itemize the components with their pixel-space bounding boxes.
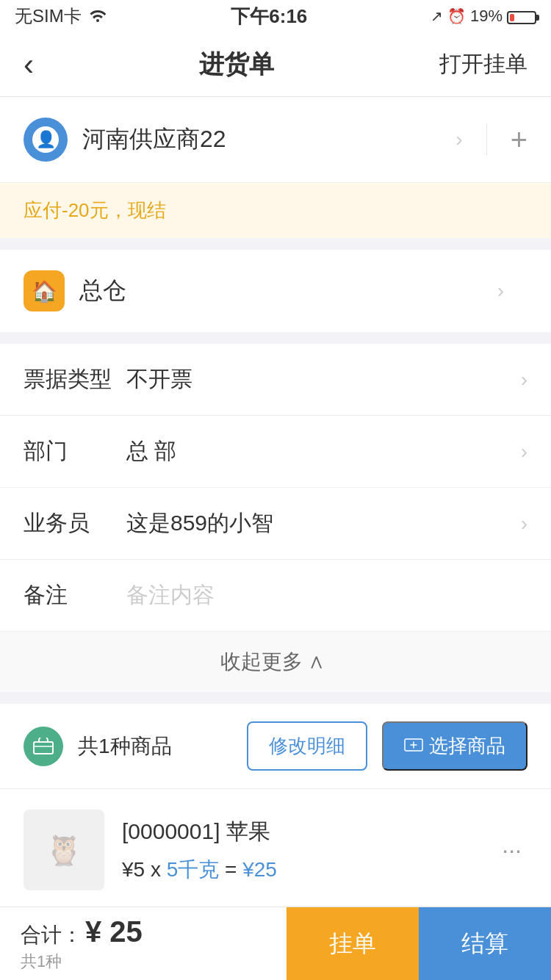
remark-input[interactable]: 备注内容	[126, 580, 527, 610]
person-icon: 👤	[36, 130, 56, 149]
invoice-row[interactable]: 票据类型 不开票 ›	[0, 344, 551, 416]
more-options-button[interactable]: ···	[496, 831, 527, 870]
total-amount: ¥ 25	[85, 915, 143, 948]
back-button[interactable]: ‹	[24, 47, 34, 82]
product-price: ¥5 x 5千克 = ¥25	[122, 856, 478, 884]
warehouse-card[interactable]: 🏠 总仓 ›	[0, 250, 551, 332]
edit-detail-button[interactable]: 修改明细	[247, 721, 367, 771]
bottom-bar: 合计： ¥ 25 共1种 挂单 结算	[0, 907, 551, 980]
page-title: 进货单	[199, 48, 274, 82]
products-section: 共1种商品 修改明细 选择商品 🦉 [0000001] 苹果 ¥5 x 5千克	[0, 704, 551, 911]
supplier-row[interactable]: 👤 河南供应商22 › +	[0, 97, 551, 183]
supplier-name: 河南供应商22	[82, 123, 455, 156]
warehouse-row[interactable]: 🏠 总仓 ›	[0, 250, 551, 332]
staff-label: 业务员	[24, 508, 126, 538]
status-right: ↗ ⏰ 19%	[431, 7, 536, 26]
invoice-label: 票据类型	[24, 364, 126, 394]
product-name: [0000001] 苹果	[122, 817, 478, 847]
supplier-chevron-icon: ›	[455, 128, 462, 151]
collapse-label: 收起更多 ∧	[220, 648, 325, 676]
hold-button[interactable]: 挂单	[287, 907, 419, 980]
dept-label: 部门	[24, 436, 126, 466]
location-icon: ↗	[431, 7, 443, 25]
carrier-label: 无SIM卡	[15, 4, 82, 28]
svg-rect-0	[34, 742, 53, 754]
warehouse-chevron-icon: ›	[497, 279, 504, 303]
add-button[interactable]: +	[511, 123, 527, 156]
alarm-icon: ⏰	[447, 7, 466, 25]
open-pending-button[interactable]: 打开挂单	[439, 49, 527, 79]
total-label: 合计：	[21, 921, 82, 949]
dept-row[interactable]: 部门 总 部 ›	[0, 416, 551, 488]
select-product-label: 选择商品	[429, 733, 505, 759]
staff-row[interactable]: 业务员 这是859的小智 ›	[0, 488, 551, 560]
content: 👤 河南供应商22 › + 应付-20元，现结 🏠 总仓 › 票据类型 不开票 …	[0, 97, 551, 980]
warehouse-name: 总仓	[79, 275, 497, 307]
product-item: 🦉 [0000001] 苹果 ¥5 x 5千克 = ¥25 ···	[0, 789, 551, 911]
warehouse-icon: 🏠	[24, 270, 65, 311]
remark-label: 备注	[24, 580, 126, 610]
total-value: ¥25	[242, 858, 277, 881]
house-icon: 🏠	[32, 279, 57, 303]
select-product-button[interactable]: 选择商品	[382, 721, 527, 771]
invoice-value: 不开票	[126, 364, 521, 394]
notice-text: 应付-20元，现结	[24, 199, 166, 221]
staff-value: 这是859的小智	[126, 508, 521, 538]
total-area: 合计： ¥ 25 共1种	[0, 907, 287, 980]
total-count: 共1种	[21, 951, 266, 973]
battery-percent: 19%	[470, 7, 503, 26]
status-time: 下午6:16	[231, 4, 307, 29]
product-info: [0000001] 苹果 ¥5 x 5千克 = ¥25	[122, 817, 478, 884]
collapse-bar[interactable]: 收起更多 ∧	[0, 631, 551, 692]
staff-chevron-icon: ›	[521, 512, 527, 536]
remark-row[interactable]: 备注 备注内容	[0, 560, 551, 631]
products-header: 共1种商品 修改明细 选择商品	[0, 704, 551, 789]
form-section: 票据类型 不开票 › 部门 总 部 › 业务员 这是859的小智 › 备注 备注…	[0, 344, 551, 631]
equals: =	[219, 858, 242, 881]
dept-value: 总 部	[126, 436, 521, 466]
product-title: 苹果	[226, 819, 270, 843]
price-value: ¥5 x	[122, 858, 167, 881]
owl-icon: 🦉	[46, 833, 82, 868]
status-left: 无SIM卡	[15, 4, 108, 28]
products-icon	[24, 727, 63, 766]
product-thumbnail: 🦉	[24, 810, 104, 890]
divider	[486, 123, 487, 156]
notice-bar: 应付-20元，现结	[0, 183, 551, 238]
checkout-button[interactable]: 结算	[419, 907, 551, 980]
dept-chevron-icon: ›	[521, 440, 527, 464]
supplier-card: 👤 河南供应商22 › + 应付-20元，现结	[0, 97, 551, 238]
products-count: 共1种商品	[78, 732, 232, 760]
wifi-icon	[87, 6, 108, 26]
nav-bar: ‹ 进货单 打开挂单	[0, 32, 551, 97]
status-bar: 无SIM卡 下午6:16 ↗ ⏰ 19%	[0, 0, 551, 32]
qty-value: 5千克	[167, 858, 220, 881]
product-code: [0000001]	[122, 819, 226, 843]
supplier-avatar: 👤	[24, 118, 68, 162]
battery-icon	[507, 7, 536, 26]
invoice-chevron-icon: ›	[521, 368, 527, 392]
